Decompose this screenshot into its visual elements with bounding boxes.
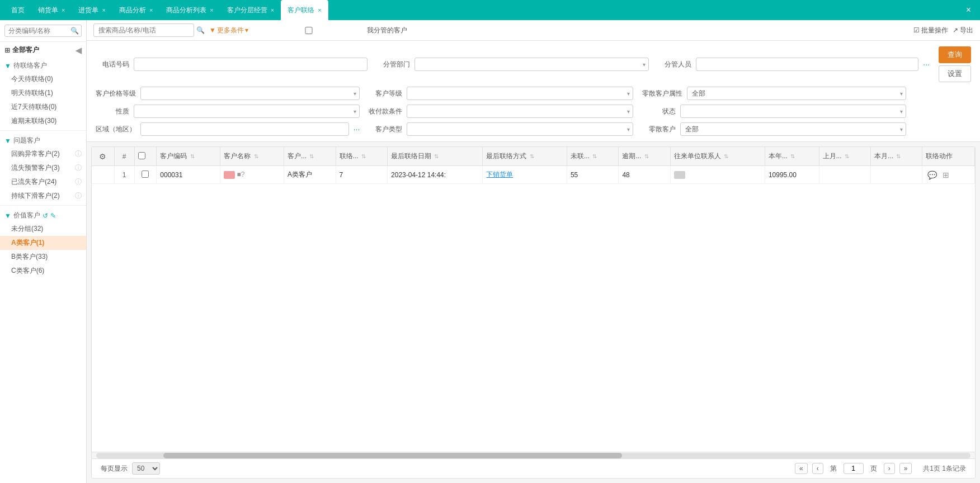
overdue-col-header[interactable]: 逾期... ⇅ xyxy=(619,147,670,166)
horizontal-scrollbar[interactable] xyxy=(92,452,975,458)
edit-icon[interactable]: ✎ xyxy=(50,212,56,220)
next-page-button[interactable]: › xyxy=(884,463,895,474)
setting-button[interactable]: 设置 xyxy=(939,65,971,82)
sidebar-item-tomorrow[interactable]: 明天待联络(1) xyxy=(0,86,86,100)
select-all-checkbox[interactable] xyxy=(138,152,145,159)
close-customer-contact-icon[interactable]: × xyxy=(318,7,321,13)
grid-action-icon[interactable]: ⊞ xyxy=(943,171,949,179)
checkbox-col-header[interactable] xyxy=(134,147,157,166)
code-col-header[interactable]: 客户编码 ⇅ xyxy=(157,147,220,166)
sidebar-item-churned[interactable]: 已流失客户(24) ⓘ xyxy=(0,175,86,189)
top-actions: ☑ 批量操作 ↗ 导出 xyxy=(913,26,973,35)
manager-dots-button[interactable]: ··· xyxy=(923,60,930,69)
thismonth-col-header[interactable]: 本月... ⇅ xyxy=(870,147,922,166)
close-product-list-icon[interactable]: × xyxy=(210,7,213,13)
table-scroll[interactable]: ⚙ # 客户编码 ⇅ 客户名称 xyxy=(92,147,975,452)
row-code: 000031 xyxy=(157,166,220,184)
batch-ops-button[interactable]: ☑ 批量操作 xyxy=(913,26,948,35)
first-page-button[interactable]: « xyxy=(795,463,808,474)
contact-col-header[interactable]: 联络... ⇅ xyxy=(336,147,387,166)
payment-select[interactable] xyxy=(407,105,633,118)
customer-level-select[interactable] xyxy=(407,87,633,100)
nav-sales[interactable]: 销货单 × xyxy=(31,0,72,20)
sidebar-item-overdue[interactable]: 逾期未联络(30) xyxy=(0,114,86,128)
comment-action-icon[interactable]: 💬 xyxy=(927,171,937,179)
retail-customer-select[interactable]: 全部 xyxy=(680,122,906,136)
row-lastmonth xyxy=(819,166,870,184)
manager-input[interactable] xyxy=(696,58,919,71)
sidebar-item-declining[interactable]: 持续下滑客户(2) ⓘ xyxy=(0,189,86,203)
payment-wrapper xyxy=(407,105,633,118)
close-all-button[interactable]: × xyxy=(962,5,976,15)
settings-col-header[interactable]: ⚙ xyxy=(92,147,114,166)
prev-page-button[interactable]: ‹ xyxy=(812,463,823,474)
sidebar-item-repurchase[interactable]: 回购异常客户(2) ⓘ xyxy=(0,147,86,161)
pending-contact-group[interactable]: ▼ 待联络客户 xyxy=(0,58,86,72)
query-button[interactable]: 查询 xyxy=(939,46,971,63)
sidebar-item-class-a[interactable]: A类客户(1) xyxy=(0,236,86,250)
phone-input[interactable] xyxy=(134,58,368,71)
retail-attr-select[interactable]: 全部 xyxy=(687,87,906,100)
my-customers-checkbox-label[interactable]: 我分管的客户 xyxy=(253,26,407,35)
dept-select[interactable] xyxy=(414,58,648,71)
sidebar-item-churn-warning[interactable]: 流失预警客户(3) ⓘ xyxy=(0,161,86,175)
my-customers-checkbox[interactable] xyxy=(253,27,365,34)
page-number-input[interactable] xyxy=(844,463,864,474)
grid-icon: ⊞ xyxy=(4,46,10,54)
name-col-header[interactable]: 客户名称 ⇅ xyxy=(220,147,284,166)
collapse-icon[interactable]: ◀ xyxy=(76,46,82,55)
sidebar-item-class-c[interactable]: C类客户(6) xyxy=(0,264,86,278)
customer-type-select[interactable] xyxy=(407,122,633,136)
nav-product-list[interactable]: 商品分析列表 × xyxy=(159,0,220,20)
last-page-button[interactable]: » xyxy=(899,463,912,474)
main-search-icon[interactable]: 🔍 xyxy=(196,26,205,34)
nav-product-analysis[interactable]: 商品分析 × xyxy=(112,0,159,20)
arrow-icon: ▼ xyxy=(4,62,11,70)
price-level-select[interactable] xyxy=(140,87,360,100)
problem-customers-group[interactable]: ▼ 问题客户 xyxy=(0,133,86,147)
export-button[interactable]: ↗ 导出 xyxy=(953,26,973,35)
value-customers-group[interactable]: ▼ 价值客户 ↺ ✎ xyxy=(0,208,86,222)
close-sales-icon[interactable]: × xyxy=(62,7,65,13)
thisyear-col-header[interactable]: 本年... ⇅ xyxy=(765,147,819,166)
phone-label: 电话号码 xyxy=(96,60,129,69)
close-product-analysis-icon[interactable]: × xyxy=(149,7,153,13)
unitcontact-col-header[interactable]: 往来单位联系人 ⇅ xyxy=(670,147,765,166)
main-search-input[interactable] xyxy=(93,23,194,37)
nav-home[interactable]: 首页 xyxy=(4,0,31,20)
per-page-select[interactable]: 50 xyxy=(132,462,160,475)
last-method-link[interactable]: 下销货单 xyxy=(486,171,513,178)
gear-icon[interactable]: ⚙ xyxy=(99,152,106,161)
sidebar-item-today[interactable]: 今天待联络(0) xyxy=(0,72,86,86)
nature-select[interactable] xyxy=(134,105,360,118)
sidebar-item-7days[interactable]: 近7天待联络(0) xyxy=(0,100,86,114)
divider-2 xyxy=(0,205,86,206)
refresh-icon[interactable]: ↺ xyxy=(43,212,48,220)
close-purchase-icon[interactable]: × xyxy=(102,7,105,13)
scroll-thumb[interactable] xyxy=(163,453,622,458)
nocontact-col-header[interactable]: 未联... ⇅ xyxy=(567,147,618,166)
nav-customer-segment[interactable]: 客户分层经营 × xyxy=(220,0,281,20)
sidebar-search-icon[interactable]: 🔍 xyxy=(70,27,79,35)
lastmethod-col-header[interactable]: 最后联络方式 ⇅ xyxy=(483,147,567,166)
nav-customer-contact[interactable]: 客户联络 × xyxy=(281,0,328,20)
nav-purchase[interactable]: 进货单 × xyxy=(72,0,112,20)
sidebar-item-unclassified[interactable]: 未分组(32) xyxy=(0,222,86,236)
level-col-header[interactable]: 客户... ⇅ xyxy=(284,147,336,166)
lastdate-col-header[interactable]: 最后联络日期 ⇅ xyxy=(388,147,483,166)
sidebar-item-class-b[interactable]: B类客户(33) xyxy=(0,250,86,264)
num-col-header: # xyxy=(114,147,134,166)
thisyear-sort-icon: ⇅ xyxy=(790,153,795,159)
row-lastdate: 2023-04-12 14:44: xyxy=(388,166,483,184)
table-container: ⚙ # 客户编码 ⇅ 客户名称 xyxy=(91,146,976,479)
close-customer-segment-icon[interactable]: × xyxy=(271,7,274,13)
status-select[interactable] xyxy=(680,105,906,118)
all-customers-header[interactable]: ⊞ 全部客户 ◀ xyxy=(0,42,86,58)
row-checkbox[interactable] xyxy=(142,171,149,178)
region-input[interactable] xyxy=(140,122,349,136)
row-checkbox-cell[interactable] xyxy=(134,166,157,184)
more-filters-button[interactable]: ▼ 更多条件 ▾ xyxy=(209,26,248,35)
retail-customer-label: 零散客户 xyxy=(642,125,676,134)
lastmonth-col-header[interactable]: 上月... ⇅ xyxy=(819,147,870,166)
region-dots-button[interactable]: ··· xyxy=(354,125,360,134)
